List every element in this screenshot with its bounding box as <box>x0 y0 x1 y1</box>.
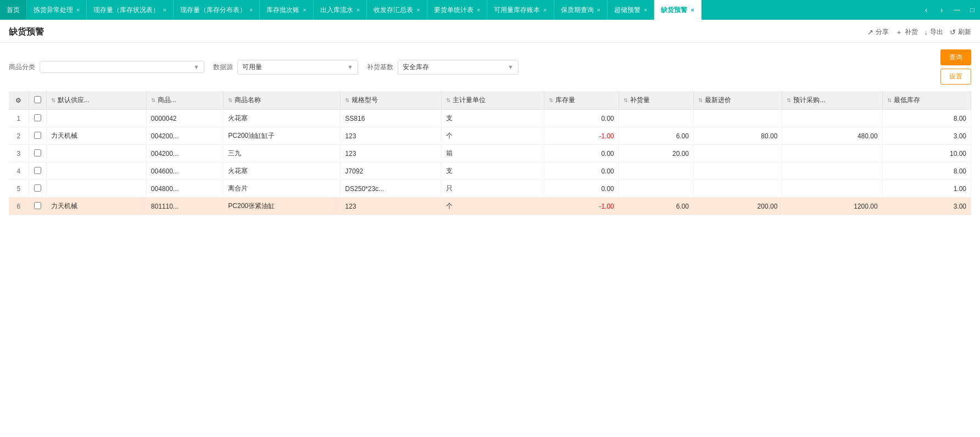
close-tab-6-icon[interactable]: × <box>416 7 420 13</box>
close-tab-1-icon[interactable]: × <box>76 7 80 13</box>
cell-product-name-2: 三九 <box>224 145 341 163</box>
cell-estimated-purchase-3 <box>782 163 882 180</box>
th-product-name: ⇅ 商品名称 <box>224 91 341 110</box>
cell-product-code-0: 0000042 <box>146 110 223 127</box>
replenish-label: 补货基数 <box>367 63 393 72</box>
cell-checkbox-5 <box>29 198 46 215</box>
cell-unit-4: 只 <box>442 180 544 198</box>
replenish-button[interactable]: ＋ 补货 <box>895 27 918 37</box>
replenish-select[interactable]: 安全库存 ▼ <box>398 60 519 75</box>
cell-stock-qty-1: -1.00 <box>544 127 619 145</box>
tab-current-stock-dist[interactable]: 现存量（库存分布表） × <box>174 0 260 20</box>
cell-no-3: 4 <box>9 163 29 180</box>
sort-spec-icon[interactable]: ⇅ <box>345 97 349 103</box>
sort-supplier-icon[interactable]: ⇅ <box>51 97 55 103</box>
row-checkbox-3[interactable] <box>34 167 41 174</box>
th-supplier: ⇅ 默认供应... <box>46 91 146 110</box>
sort-unit-icon[interactable]: ⇅ <box>446 97 450 103</box>
cell-latest-price-5: 200.00 <box>693 198 782 215</box>
row-checkbox-5[interactable] <box>34 202 41 209</box>
tab-home[interactable]: 首页 <box>0 0 27 20</box>
tab-overstock-warning[interactable]: 超储预警 × <box>608 0 654 20</box>
tab-current-stock-status[interactable]: 现存量（库存状况表） × <box>87 0 173 20</box>
row-checkbox-4[interactable] <box>34 184 41 192</box>
sort-product-code-icon[interactable]: ⇅ <box>151 97 155 103</box>
datasource-label: 数据源 <box>213 63 233 72</box>
close-tab-2-icon[interactable]: × <box>163 7 166 13</box>
close-tab-10-icon[interactable]: × <box>644 7 647 13</box>
close-tab-4-icon[interactable]: × <box>303 7 306 13</box>
settings-button[interactable]: 设置 <box>940 69 971 85</box>
query-button[interactable]: 查询 <box>940 49 971 65</box>
sort-product-name-icon[interactable]: ⇅ <box>228 97 232 103</box>
nav-prev-arrow[interactable]: ‹ <box>918 0 934 20</box>
cell-latest-price-2 <box>693 145 782 163</box>
sort-stock-qty-icon[interactable]: ⇅ <box>549 97 553 103</box>
datasource-select[interactable]: 可用量 ▼ <box>237 60 358 75</box>
select-all-checkbox[interactable] <box>34 96 41 103</box>
close-tab-7-icon[interactable]: × <box>477 7 480 13</box>
cell-product-name-5: PC200张紧油缸 <box>224 198 341 215</box>
cell-checkbox-4 <box>29 180 46 198</box>
table-row: 6 力天机械 801110... PC200张紧油缸 123 个 -1.00 6… <box>9 198 971 215</box>
close-tab-11-icon[interactable]: × <box>691 7 694 13</box>
export-button[interactable]: ↓ 导出 <box>925 27 944 37</box>
export-icon: ↓ <box>925 28 928 36</box>
category-dropdown-arrow-icon: ▼ <box>193 64 199 70</box>
close-tab-8-icon[interactable]: × <box>543 7 547 13</box>
tab-inventory-batch[interactable]: 库存批次账 × <box>260 0 313 20</box>
sort-min-stock-icon[interactable]: ⇅ <box>887 97 892 103</box>
th-latest-price: ⇅ 最新进价 <box>693 91 782 110</box>
cell-checkbox-3 <box>29 163 46 180</box>
refresh-button[interactable]: ↺ 刷新 <box>950 27 971 37</box>
filter-actions: 查询 设置 <box>940 49 971 85</box>
nav-minimize-icon[interactable]: — <box>949 0 965 20</box>
row-checkbox-0[interactable] <box>34 114 41 121</box>
replenish-select-value: 安全库存 <box>403 63 429 72</box>
nav-next-arrow[interactable]: › <box>934 0 949 20</box>
close-tab-9-icon[interactable]: × <box>597 7 600 13</box>
sort-estimated-purchase-icon[interactable]: ⇅ <box>787 97 791 103</box>
close-tab-5-icon[interactable]: × <box>357 7 360 13</box>
cell-no-4: 5 <box>9 180 29 198</box>
sort-latest-price-icon[interactable]: ⇅ <box>698 97 703 103</box>
cell-replenish-qty-4 <box>619 180 693 198</box>
tab-shortage-warning[interactable]: 缺货预警 × <box>654 0 701 20</box>
th-spec: ⇅ 规格型号 <box>341 91 442 110</box>
sort-replenish-qty-icon[interactable]: ⇅ <box>623 97 628 103</box>
cell-replenish-qty-5: 6.00 <box>619 198 693 215</box>
th-unit: ⇅ 主计量单位 <box>442 91 544 110</box>
cell-min-stock-3: 8.00 <box>882 163 971 180</box>
share-button[interactable]: ↗ 分享 <box>867 27 889 37</box>
tab-order-stat[interactable]: 要货单统计表 × <box>427 0 487 20</box>
cell-latest-price-1: 80.00 <box>693 127 782 145</box>
main-content: 缺货预警 ↗ 分享 ＋ 补货 ↓ 导出 ↺ 刷新 商品分类 <box>0 20 980 437</box>
cell-stock-qty-0: 0.00 <box>544 110 619 127</box>
tab-receive-summary[interactable]: 收发存汇总表 × <box>367 0 427 20</box>
cell-checkbox-2 <box>29 145 46 163</box>
datasource-filter-group: 数据源 可用量 ▼ <box>213 60 358 75</box>
tab-available-ledger[interactable]: 可用量库存账本 × <box>487 0 554 20</box>
page-header: 缺货预警 ↗ 分享 ＋ 补货 ↓ 导出 ↺ 刷新 <box>0 20 980 43</box>
category-label: 商品分类 <box>9 63 35 72</box>
cell-checkbox-1 <box>29 127 46 145</box>
cell-unit-2: 箱 <box>442 145 544 163</box>
category-select[interactable]: ▼ <box>40 61 204 73</box>
row-checkbox-1[interactable] <box>34 132 41 139</box>
nav-maximize-icon[interactable]: □ <box>965 0 980 20</box>
row-checkbox-2[interactable] <box>34 149 41 156</box>
cell-product-code-3: 004600... <box>146 163 223 180</box>
close-tab-3-icon[interactable]: × <box>249 7 253 13</box>
table-body: 1 0000042 火花塞 SS816 支 0.00 8.00 2 力天机械 0… <box>9 110 971 215</box>
cell-estimated-purchase-5: 1200.00 <box>782 198 882 215</box>
cell-unit-5: 个 <box>442 198 544 215</box>
tab-inout-flow[interactable]: 出入库流水 × <box>314 0 367 20</box>
tab-picking-exception[interactable]: 拣货异常处理 × <box>27 0 87 20</box>
cell-supplier-2 <box>46 145 146 163</box>
gear-icon[interactable]: ⚙ <box>15 97 21 104</box>
cell-estimated-purchase-1: 480.00 <box>782 127 882 145</box>
th-estimated-purchase: ⇅ 预计采购... <box>782 91 882 110</box>
cell-supplier-4 <box>46 180 146 198</box>
tab-expiry-query[interactable]: 保质期查询 × <box>554 0 608 20</box>
page-title: 缺货预警 <box>9 26 44 38</box>
